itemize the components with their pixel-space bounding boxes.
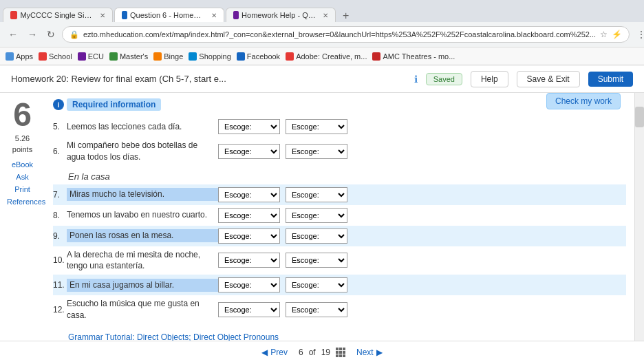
dropdown-6b[interactable]: Escoge:lolaloslas <box>286 144 347 159</box>
print-link[interactable]: Print <box>6 184 39 195</box>
help-button[interactable]: Help <box>471 71 508 87</box>
dropdown-pair-8: Escoge:lolaloslas Escoge:lolaloslas <box>218 208 347 223</box>
app-title: Homework 20: Review for final exam (Ch 5… <box>11 74 406 84</box>
tab-close-q6[interactable]: ✕ <box>211 12 217 19</box>
reload-button[interactable]: ↻ <box>44 28 58 41</box>
bookmark-label-facebook: Facebook <box>247 52 280 61</box>
bookmark-apps[interactable]: Apps <box>6 52 33 61</box>
dropdown-7b[interactable]: Escoge:lolaloslas <box>286 187 347 202</box>
tab-close-myccccc[interactable]: ✕ <box>100 12 105 19</box>
check-work-area: Check my work <box>546 93 621 109</box>
grid-icon[interactable] <box>336 348 345 357</box>
grammar-link[interactable]: Grammar Tutorial: Direct Objects; Direct… <box>68 332 626 341</box>
tab-close-hwhelp[interactable]: ✕ <box>323 12 328 19</box>
current-page: 6 <box>299 348 303 357</box>
ask-link[interactable]: Ask <box>6 171 39 182</box>
q-num-9: 9. <box>53 231 67 241</box>
q-text-10: A la derecha de mi mesita de noche, teng… <box>67 249 218 273</box>
q-text-11: En mi casa jugamos al billar. <box>67 279 218 292</box>
dropdown-12a[interactable]: Escoge:lolaloslas <box>218 302 280 317</box>
extensions-icon[interactable]: ⚡ <box>612 30 622 39</box>
question-row-7: 7. Miras mucho la televisión. Escoge:lol… <box>53 184 626 205</box>
dropdown-pair-12: Escoge:lolaloslas Escoge:lolaloslas <box>218 302 347 317</box>
bookmark-school[interactable]: School <box>39 52 72 61</box>
tab-favicon-myccccc <box>10 11 17 19</box>
bookmark-adobe[interactable]: Adobe: Creative, m... <box>286 52 367 61</box>
star-icon[interactable]: ☆ <box>600 30 608 39</box>
dropdown-11a[interactable]: Escoge:lolaloslas <box>218 277 280 292</box>
dropdown-6a[interactable]: Escoge:lolaloslas <box>218 144 280 159</box>
dropdown-7a[interactable]: Escoge:lolaloslas <box>218 187 280 202</box>
references-link[interactable]: References <box>6 196 39 207</box>
scrollbar-area[interactable] <box>634 93 644 341</box>
question-number: 6 <box>6 98 39 131</box>
bookmark-ecu[interactable]: ECU <box>78 52 104 61</box>
dropdown-9a[interactable]: Escoge:lolaloslas <box>218 228 280 244</box>
dropdown-pair-10: Escoge:lolaloslas Escoge:lolaloslas <box>218 253 347 268</box>
bookmark-label-shopping: Shopping <box>199 52 231 61</box>
content-area: Check my work i Required information 5. … <box>45 93 634 341</box>
question-row-8: 8. Tenemos un lavabo en nuestro cuarto. … <box>53 205 626 226</box>
tab-label-myccccc: MyCCCC Single Sign-On <box>20 11 94 19</box>
submit-button[interactable]: Submit <box>588 72 633 87</box>
new-tab-button[interactable]: + <box>337 10 354 22</box>
next-label: Next <box>356 348 374 357</box>
dropdown-5a[interactable]: Escoge:lolaloslas <box>218 119 280 134</box>
tab-myccccc[interactable]: MyCCCC Single Sign-On ✕ <box>3 8 113 22</box>
bookmarks-bar: Apps School ECU Master's Binge Shopping … <box>0 47 644 65</box>
next-button[interactable]: Next ▶ <box>356 348 383 357</box>
question-row-12: 12. Escucho la música que me gusta en ca… <box>53 295 626 324</box>
tab-question6[interactable]: Question 6 - Homework 20: Rev... ✕ <box>114 8 224 22</box>
dropdown-pair-9: Escoge:lolaloslas Escoge:lolaloslas <box>218 228 347 244</box>
dropdown-10b[interactable]: Escoge:lolaloslas <box>286 253 347 268</box>
page-info: 6 of 19 <box>299 348 345 357</box>
scrollbar-thumb[interactable] <box>635 107 644 127</box>
q-num-6: 6. <box>53 147 67 156</box>
ebook-link[interactable]: eBook <box>6 159 39 170</box>
dropdown-5b[interactable]: Escoge:lolaloslas <box>286 119 347 134</box>
dropdown-12b[interactable]: Escoge:lolaloslas <box>286 302 347 317</box>
bookmark-icon-apps <box>6 52 14 61</box>
dropdown-8a[interactable]: Escoge:lolaloslas <box>218 208 280 223</box>
tab-bar: MyCCCC Single Sign-On ✕ Question 6 - Hom… <box>0 0 644 22</box>
bookmark-label-apps: Apps <box>16 52 33 61</box>
tab-hwhelp[interactable]: Homework Help - Q&A from On... ✕ <box>226 8 336 22</box>
bookmark-amc[interactable]: AMC Theatres - mo... <box>372 52 455 61</box>
lock-icon: 🔒 <box>69 30 79 39</box>
info-icon[interactable]: ℹ <box>414 74 418 85</box>
required-info-icon: i <box>53 99 64 110</box>
prev-button[interactable]: ◀ Prev <box>261 348 288 357</box>
dropdown-10a[interactable]: Escoge:lolaloslas <box>218 253 280 268</box>
tab-label-q6: Question 6 - Homework 20: Rev... <box>130 11 206 19</box>
dropdown-8b[interactable]: Escoge:lolaloslas <box>286 208 347 223</box>
points-value: 5.26 <box>6 134 39 142</box>
dropdown-11b[interactable]: Escoge:lolaloslas <box>286 277 347 292</box>
check-work-button[interactable]: Check my work <box>546 93 621 109</box>
question-row-5: 5. Leemos las lecciones cada día. Escoge… <box>53 116 626 137</box>
back-button[interactable]: ← <box>6 28 21 41</box>
q-text-5: Leemos las lecciones cada día. <box>67 121 218 133</box>
q-text-12: Escucho la música que me gusta en casa. <box>67 298 218 321</box>
menu-button[interactable]: ⋮ <box>634 28 644 41</box>
forward-button[interactable]: → <box>25 28 40 41</box>
bookmark-label-adobe: Adobe: Creative, m... <box>296 52 367 61</box>
bookmark-binge[interactable]: Binge <box>153 52 183 61</box>
bookmark-label-amc: AMC Theatres - mo... <box>383 52 455 61</box>
bookmark-icon-school <box>39 52 47 61</box>
q-text-7: Miras mucho la televisión. <box>67 188 218 201</box>
app-header: Homework 20: Review for final exam (Ch 5… <box>0 65 644 93</box>
question-number-panel: 6 5.26 points eBook Ask Print References <box>0 93 45 341</box>
q-num-10: 10. <box>53 255 67 265</box>
saved-badge: Saved <box>426 73 462 85</box>
question-row-10: 10. A la derecha de mi mesita de noche, … <box>53 246 626 275</box>
bookmark-facebook[interactable]: Facebook <box>237 52 280 61</box>
tab-label-hwhelp: Homework Help - Q&A from On... <box>242 11 317 19</box>
bookmark-icon-binge <box>153 52 162 61</box>
next-arrow-icon: ▶ <box>376 348 383 357</box>
address-bar[interactable]: 🔒 ezto.mheducation.com/ext/map/index.htm… <box>62 26 630 43</box>
bookmark-masters[interactable]: Master's <box>109 52 148 61</box>
bookmark-shopping[interactable]: Shopping <box>189 52 231 61</box>
bookmark-label-school: School <box>49 52 72 61</box>
save-exit-button[interactable]: Save & Exit <box>517 71 580 87</box>
dropdown-9b[interactable]: Escoge:lolaloslas <box>286 228 347 244</box>
